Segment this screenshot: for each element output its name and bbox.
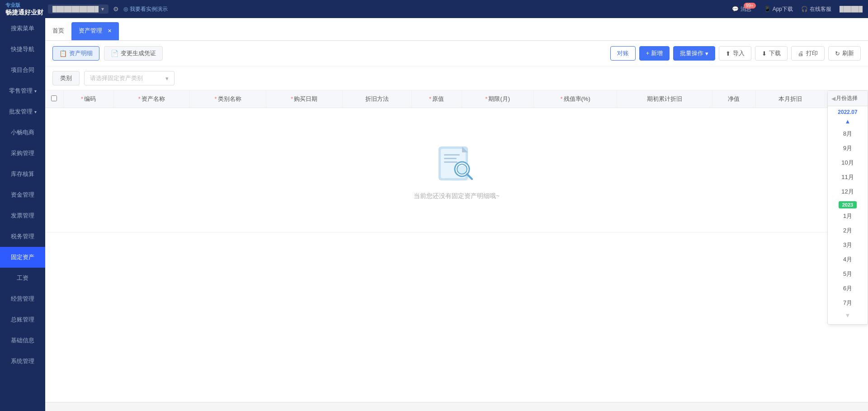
sidebar-item-ledger[interactable]: 总账管理: [0, 309, 45, 330]
print-icon: 🖨: [798, 50, 804, 57]
sidebar-item-inventory[interactable]: 库存核算: [0, 164, 45, 184]
demo-circle-icon: ◎: [123, 6, 128, 12]
col-purchase-date: *购买日期: [266, 90, 342, 108]
tab-change-voucher[interactable]: 📄 变更生成凭证: [104, 46, 163, 61]
empty-illustration: [429, 140, 484, 185]
tab-assets-label: 资产管理: [79, 27, 102, 34]
col-monthly-depreciation: 本月折旧: [755, 90, 825, 108]
tab-asset-detail[interactable]: 📋 资产明细: [52, 46, 99, 61]
demo-link[interactable]: ◎ 我要看实例演示: [123, 5, 168, 13]
bottom-scrollbar[interactable]: [45, 402, 868, 411]
table-and-panel: *编码 *资产名称 *类别名称 *购买日期 折旧方法 *原值 *期限(月) *残…: [45, 90, 868, 402]
select-all-checkbox[interactable]: [51, 95, 57, 101]
sidebar-item-search[interactable]: 搜索菜单: [0, 18, 45, 39]
month-10[interactable]: 10月: [828, 156, 868, 170]
add-button[interactable]: + 新增: [639, 46, 670, 61]
svg-rect-5: [444, 161, 458, 163]
month-8[interactable]: 8月: [828, 127, 868, 141]
month-2023-5[interactable]: 5月: [828, 267, 868, 281]
sidebar-item-retail[interactable]: 零售管理 ▾: [0, 80, 45, 101]
month-2023-4[interactable]: 4月: [828, 252, 868, 267]
sidebar-item-salary[interactable]: 工资: [0, 268, 45, 288]
tab-assets[interactable]: 资产管理 ✕: [71, 22, 119, 40]
tab-home[interactable]: 首页: [45, 22, 71, 40]
category-filter-select[interactable]: 请选择固定资产类别 ▾: [84, 71, 175, 85]
sidebar-item-quicknav[interactable]: 快捷导航: [0, 39, 45, 60]
app-download-label: App下载: [773, 5, 793, 13]
sidebar: 搜索菜单 快捷导航 项目合同 零售管理 ▾ 批发管理 ▾ 小畅电商 采购管理 库: [0, 18, 45, 411]
sidebar-item-operation[interactable]: 经营管理: [0, 288, 45, 309]
print-button[interactable]: 🖨 打印: [791, 46, 825, 61]
top-bar-left: 专业版 畅捷通好业财 ████████████ ▾ ⚙ ◎ 我要看实例演示: [5, 2, 168, 17]
month-2023-1[interactable]: 1月: [828, 209, 868, 223]
tab-home-label: 首页: [52, 27, 64, 34]
message-button[interactable]: 💬 消息 99+: [732, 5, 751, 13]
sidebar-label-finance: 资金管理: [11, 191, 34, 198]
import-button[interactable]: ⬆ 导入: [719, 46, 751, 61]
col-residual-rate: *残值率(%): [533, 90, 617, 108]
online-service-button[interactable]: 🎧 在线客服: [801, 5, 831, 13]
month-panel-prev-arrow[interactable]: ▲: [828, 116, 868, 127]
sidebar-item-ecommerce[interactable]: 小畅电商: [0, 122, 45, 143]
online-service-label: 在线客服: [810, 5, 831, 13]
reconcile-button[interactable]: 对账: [610, 46, 636, 61]
close-panel-icon[interactable]: ◀: [831, 95, 835, 102]
content-area: 首页 资产管理 ✕ 📋 资产明细 📄 变更生成凭证: [45, 18, 868, 411]
month-9[interactable]: 9月: [828, 141, 868, 156]
sidebar-item-project[interactable]: 项目合同: [0, 60, 45, 80]
batch-arrow-icon: ▾: [705, 50, 708, 57]
month-2023-2[interactable]: 2月: [828, 223, 868, 238]
month-panel-next-arrow[interactable]: ▼: [828, 310, 868, 321]
month-2023-3[interactable]: 3月: [828, 238, 868, 252]
sidebar-label-operation: 经营管理: [11, 295, 34, 302]
sidebar-label-basic: 基础信息: [11, 337, 34, 344]
batch-button[interactable]: 批量操作 ▾: [673, 46, 715, 61]
sidebar-label-system: 系统管理: [11, 358, 34, 364]
asset-detail-icon: 📋: [59, 50, 67, 57]
col-net-value: 净值: [712, 90, 755, 108]
empty-text: 当前您还没有固定资产明细哦~: [414, 192, 500, 200]
sidebar-label-wholesale: 批发管理: [9, 108, 33, 116]
download-label: 下载: [769, 49, 781, 57]
top-bar-right: 💬 消息 99+ 📱 App下载 🎧 在线客服 ██████: [732, 5, 863, 13]
month-panel: ◀ 月份选择 2022.07 ▲ 8月 9月 10月 11月 12月: [827, 90, 868, 325]
filter-left: 类别 请选择固定资产类别 ▾: [52, 71, 175, 85]
headset-icon: 🎧: [801, 6, 808, 12]
reconcile-label: 对账: [617, 49, 629, 57]
sidebar-item-system[interactable]: 系统管理: [0, 351, 45, 372]
year-2023-label: 2023: [828, 199, 868, 209]
app-download-button[interactable]: 📱 App下载: [764, 5, 793, 13]
tab-close-icon[interactable]: ✕: [108, 28, 112, 33]
sidebar-label-invoice: 发票管理: [11, 212, 34, 219]
month-panel-title: 月份选择: [836, 94, 858, 102]
year-2022-label: 2022.07: [828, 106, 868, 116]
month-2023-7[interactable]: 7月: [828, 296, 868, 310]
sidebar-item-wholesale[interactable]: 批发管理 ▾: [0, 101, 45, 122]
print-label: 打印: [806, 49, 818, 57]
month-2023-6[interactable]: 6月: [828, 281, 868, 296]
col-depreciation-method: 折旧方法: [342, 90, 411, 108]
account-selector[interactable]: ████████████ ▾: [48, 5, 108, 14]
filter-arrow-icon: ▾: [165, 75, 169, 82]
retail-arrow-icon: ▾: [34, 89, 37, 94]
sidebar-item-fixed-assets[interactable]: 固定资产: [0, 247, 45, 268]
month-11[interactable]: 11月: [828, 170, 868, 184]
sidebar-item-finance[interactable]: 资金管理: [0, 184, 45, 205]
sidebar-label-ecommerce: 小畅电商: [11, 129, 34, 136]
refresh-button[interactable]: ↻ 刷新: [828, 46, 861, 61]
settings-icon[interactable]: ⚙: [113, 5, 119, 13]
selector-text: ████████████: [52, 6, 99, 12]
refresh-icon: ↻: [835, 50, 840, 57]
col-code: *编码: [63, 90, 113, 108]
sidebar-item-basic[interactable]: 基础信息: [0, 330, 45, 351]
sidebar-item-tax[interactable]: 税务管理: [0, 226, 45, 247]
brand-edition: 专业版: [5, 2, 43, 9]
month-12[interactable]: 12月: [828, 184, 868, 199]
table-header-row: *编码 *资产名称 *类别名称 *购买日期 折旧方法 *原值 *期限(月) *残…: [45, 90, 868, 108]
svg-rect-4: [444, 158, 457, 159]
page-content: 📋 资产明细 📄 变更生成凭证 对账 + 新增 批量操作: [45, 41, 868, 411]
download-button[interactable]: ⬇ 下载: [755, 46, 788, 61]
sidebar-item-invoice[interactable]: 发票管理: [0, 205, 45, 226]
sidebar-item-purchase[interactable]: 采购管理: [0, 143, 45, 164]
empty-state: 当前您还没有固定资产明细哦~: [49, 113, 864, 227]
